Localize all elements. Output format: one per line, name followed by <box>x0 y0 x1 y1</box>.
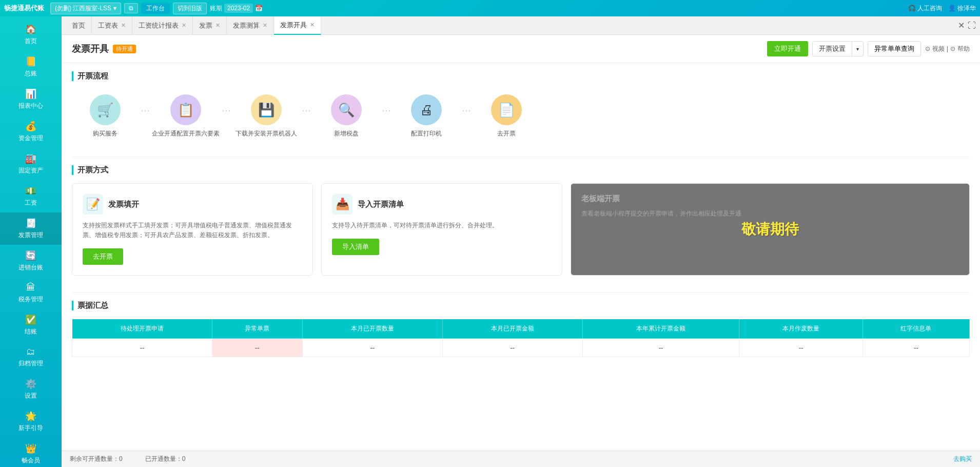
import-list-button[interactable]: 导入清单 <box>332 239 379 255</box>
cell-year-amount: -- <box>582 339 739 357</box>
sidebar-item-settings[interactable]: ⚙️ 设置 <box>0 373 62 405</box>
ledger-icon: 📒 <box>25 56 36 67</box>
process-step-5[interactable]: 🖨 配置打印机 <box>393 94 460 138</box>
period-value[interactable]: 2023-02 <box>224 4 253 13</box>
process-step-6[interactable]: 📄 去开票 <box>473 94 540 138</box>
sidebar-guide-label: 新手引导 <box>18 424 43 433</box>
arrow-1: ⋯ <box>139 105 152 116</box>
view-label[interactable]: 视频 <box>932 45 945 53</box>
sidebar-item-invoice[interactable]: 🧾 发票管理 <box>0 212 62 245</box>
cell-pending[interactable]: -- <box>72 339 212 357</box>
status-badge: 待开通 <box>113 45 136 53</box>
consult-button[interactable]: 🎧 人工咨询 <box>908 4 942 13</box>
view-help: ⊙ 视频 | ⊙ 帮助 <box>925 45 970 53</box>
tab-invoice-calc-close[interactable]: ✕ <box>263 22 267 29</box>
settings-button[interactable]: 开票设置 ▾ <box>812 41 864 56</box>
tab-home[interactable]: 首页 <box>66 16 92 35</box>
sidebar-item-tax[interactable]: 🏛 税务管理 <box>0 277 62 309</box>
switch-old-button[interactable]: 切到旧版 <box>173 3 207 14</box>
tab-payroll[interactable]: 工资表 ✕ <box>92 16 132 35</box>
process-label-6: 去开票 <box>497 129 516 138</box>
period-label: 账期 <box>210 4 222 13</box>
sidebar-settings-label: 设置 <box>25 392 37 400</box>
method-section: 开票方式 📝 发票填开 支持按照发票样式手工填开发票；可开具增值税电子普通发票、… <box>62 157 980 292</box>
reports-icon: 📊 <box>25 88 36 100</box>
cell-void-count: -- <box>739 339 863 357</box>
arrow-4: ⋯ <box>380 105 393 116</box>
tab-payroll-report[interactable]: 工资统计报表 ✕ <box>132 16 193 35</box>
question-icon: ⊙ <box>950 45 955 52</box>
process-flow: 🛒 购买服务 ⋯ 📋 企业开通配置开票六要素 ⋯ 💾 下载并安装开票机器人 ⋯ <box>72 89 970 148</box>
sidebar-item-settlement[interactable]: ✅ 结账 <box>0 309 62 341</box>
fill-card-icon: 📝 <box>83 194 103 215</box>
sidebar-item-ledger[interactable]: 📒 总账 <box>0 51 62 83</box>
process-step-3[interactable]: 💾 下载并安装开票机器人 <box>233 94 300 138</box>
company-selector[interactable]: (勿删) 江西服室-LSS ▾ <box>50 3 121 14</box>
arrow-2: ⋯ <box>220 105 233 116</box>
process-label-2: 企业开通配置开票六要素 <box>152 129 220 138</box>
user-icon: 👤 <box>948 5 956 12</box>
close-all-icon: ✕ <box>958 21 965 30</box>
settlement-icon: ✅ <box>25 314 36 325</box>
tab-invoice-close[interactable]: ✕ <box>215 22 220 29</box>
user-button[interactable]: 👤 徐泽华 <box>948 4 976 13</box>
process-icon-5: 🖨 <box>411 94 442 125</box>
tab-payroll-close[interactable]: ✕ <box>121 22 126 29</box>
tab-payroll-report-label: 工资统计报表 <box>139 21 179 30</box>
tab-close-all[interactable]: ✕ ⛶ <box>958 21 976 30</box>
tab-invoice[interactable]: 发票 ✕ <box>193 16 227 35</box>
cell-abnormal[interactable]: -- <box>212 339 303 357</box>
cell-month-count: -- <box>302 339 442 357</box>
workspace-button[interactable]: 工作台 <box>141 3 170 14</box>
calendar-icon[interactable]: 📅 <box>255 5 263 12</box>
archive-icon: 🗂 <box>26 346 35 357</box>
tab-payroll-report-close[interactable]: ✕ <box>182 22 186 29</box>
cell-month-amount: -- <box>442 339 582 357</box>
sidebar-item-home[interactable]: 🏠 首页 <box>0 18 62 51</box>
sidebar-item-member[interactable]: 👑 畅会员 <box>0 438 62 467</box>
sidebar-item-purchase-sale[interactable]: 🔄 进销台账 <box>0 245 62 277</box>
copy-button[interactable]: ⧉ <box>124 3 138 13</box>
col-pending: 待处理开票申请 <box>72 319 212 339</box>
sidebar-payroll-label: 工资 <box>25 199 37 207</box>
process-step-2[interactable]: 📋 企业开通配置开票六要素 <box>152 94 220 138</box>
settings-dropdown-icon[interactable]: ▾ <box>852 44 863 54</box>
sidebar-item-assets[interactable]: 🏭 固定资产 <box>0 148 62 180</box>
tab-invoice-calc-label: 发票测算 <box>233 21 260 30</box>
import-card-title: 导入开票清单 <box>358 200 404 209</box>
sidebar-archive-label: 归档管理 <box>18 359 43 368</box>
summary-title: 票据汇总 <box>72 301 970 310</box>
sidebar-item-reports[interactable]: 📊 报表中心 <box>0 83 62 115</box>
process-step-4[interactable]: 🔍 新增税盘 <box>313 94 380 138</box>
abnormal-query-button[interactable]: 异常单单查询 <box>868 41 921 56</box>
sidebar-item-guide[interactable]: 🌟 新手引导 <box>0 405 62 438</box>
company-name: (勿删) 江西服室-LSS <box>55 4 111 13</box>
page-header: 发票开具 待开通 立即开通 开票设置 ▾ 异常单单查询 ⊙ 视频 | ⊙ 帮助 <box>62 35 980 63</box>
opened-label: 已开通数量：0 <box>145 455 186 463</box>
immediate-open-button[interactable]: 立即开通 <box>767 41 808 56</box>
sidebar-item-payroll[interactable]: 💵 工资 <box>0 180 62 212</box>
col-red-note: 红字信息单 <box>863 319 969 339</box>
sidebar-member-label: 畅会员 <box>22 456 40 465</box>
bottom-bar: 剩余可开通数量：0 已开通数量：0 去购买 <box>62 451 980 467</box>
go-issue-button[interactable]: 去开票 <box>83 248 123 265</box>
method-card-fill-header: 📝 发票填开 <box>83 194 302 215</box>
sidebar-item-archive[interactable]: 🗂 归档管理 <box>0 341 62 373</box>
payroll-icon: 💵 <box>25 185 36 197</box>
help-label[interactable]: 帮助 <box>957 45 970 53</box>
main-layout: 🏠 首页 📒 总账 📊 报表中心 💰 资金管理 🏭 固定资产 💵 工资 🧾 发票… <box>0 16 980 467</box>
sidebar-funds-label: 资金管理 <box>18 134 43 143</box>
tab-invoice-calc[interactable]: 发票测算 ✕ <box>227 16 274 35</box>
home-icon: 🏠 <box>25 24 36 35</box>
sidebar-home-label: 首页 <box>25 37 37 46</box>
content-area: 首页 工资表 ✕ 工资统计报表 ✕ 发票 ✕ 发票测算 ✕ 发票开具 ✕ <box>62 16 980 467</box>
tab-invoice-issue-close[interactable]: ✕ <box>310 22 315 28</box>
sidebar-item-funds[interactable]: 💰 资金管理 <box>0 115 62 148</box>
sidebar: 🏠 首页 📒 总账 📊 报表中心 💰 资金管理 🏭 固定资产 💵 工资 🧾 发票… <box>0 16 62 467</box>
settings-label: 开票设置 <box>813 42 852 56</box>
col-abnormal: 异常单票 <box>212 319 303 339</box>
summary-data-row: -- -- -- -- -- -- -- <box>72 339 970 357</box>
process-step-1[interactable]: 🛒 购买服务 <box>72 94 139 138</box>
buy-link[interactable]: 去购买 <box>953 455 972 463</box>
tab-invoice-issue[interactable]: 发票开具 ✕ <box>274 16 321 35</box>
